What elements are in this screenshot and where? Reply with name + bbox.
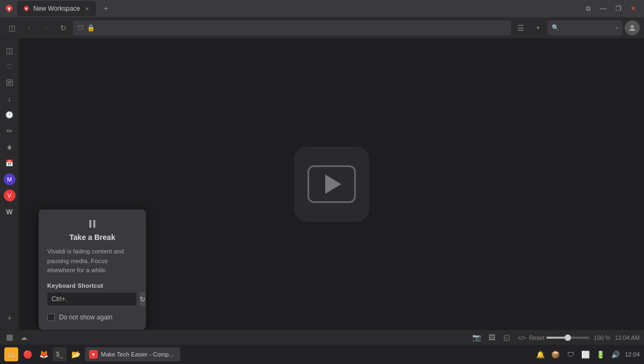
reset-button[interactable]: Reset: [531, 332, 542, 343]
play-icon-container: [308, 165, 356, 203]
back-button[interactable]: ‹: [21, 20, 36, 35]
taskbar-package-icon[interactable]: 📦: [550, 348, 561, 360]
sidebar-wikipedia-button[interactable]: W: [2, 204, 17, 219]
taskbar-firefox-icon[interactable]: 🦊: [36, 347, 50, 361]
video-placeholder: [294, 147, 369, 222]
do-not-show-label: Do not show again: [59, 314, 112, 321]
sidebar-downloads-button[interactable]: ↓: [2, 91, 17, 106]
forward-button[interactable]: ›: [39, 20, 54, 35]
svg-rect-6: [93, 220, 96, 228]
taskbar-left: 🗂 🔴 🦊 $_ 📂 Make Tech Easier - Compu...: [4, 347, 180, 361]
sidebar-panel-toggle[interactable]: ◫: [2, 43, 17, 58]
sidebar-vivaldi-button[interactable]: V: [2, 188, 17, 203]
status-time: 12:04 AM: [615, 334, 640, 341]
close-button[interactable]: ✕: [627, 2, 640, 15]
zoom-control[interactable]: [546, 337, 589, 339]
status-right: 📷 🖼 ◱ </> Reset 100 % 12:04 AM: [471, 332, 640, 343]
bookmark-dropdown-button[interactable]: ▾: [530, 20, 545, 35]
search-icon: 🔍: [552, 24, 559, 31]
lock-icon: 🔒: [87, 24, 95, 32]
taskbar-app-label: Make Tech Easier - Compu...: [101, 351, 176, 358]
shortcut-input[interactable]: [47, 293, 136, 305]
profile-button[interactable]: [625, 20, 640, 35]
search-box[interactable]: 🔍 ▾: [547, 20, 623, 35]
main-layout: ◫ ♡ ↓ 🕐 ✏ 📅 M V W +: [0, 39, 644, 330]
screenshot-icon[interactable]: 📷: [471, 332, 482, 343]
window-controls: ⧉ — ❐ ✕: [582, 2, 640, 15]
svg-point-0: [631, 25, 633, 27]
taskbar-folder-icon[interactable]: 📂: [69, 347, 83, 361]
break-title: Take a Break: [47, 233, 137, 242]
sidebar-notes-button[interactable]: ✏: [2, 123, 17, 139]
taskbar-battery-icon[interactable]: 🔋: [595, 348, 606, 360]
play-triangle-icon: [325, 174, 341, 194]
shortcut-row: ↻: [47, 292, 137, 306]
shield-icon: 🛡: [77, 24, 84, 32]
status-left: ☁: [4, 332, 29, 343]
shortcut-label: Keyboard Shortcut: [47, 282, 137, 289]
sidebar-toggle-button[interactable]: ◫: [4, 20, 19, 35]
tab-close-button[interactable]: ✕: [83, 5, 91, 12]
tab-title: New Workspace: [33, 5, 80, 12]
status-bar: ☁ 📷 🖼 ◱ </> Reset 100 % 12:04 AM: [0, 330, 644, 345]
sidebar-add-panel-button[interactable]: +: [2, 310, 17, 325]
code-icon[interactable]: </>: [516, 332, 527, 343]
bookmarks-button[interactable]: ☰: [513, 20, 528, 35]
active-tab[interactable]: New Workspace ✕: [17, 1, 96, 16]
restore-button[interactable]: ❐: [612, 2, 625, 15]
taskbar-time: 12:04: [625, 351, 640, 358]
taskbar-right: 🔔 📦 🛡 ⬜ 🔋 🔊 12:04: [535, 348, 640, 360]
taskbar-macos-icon[interactable]: 🔴: [20, 347, 34, 361]
sidebar-pins-button[interactable]: [2, 140, 17, 155]
taskbar-app-icon: [89, 350, 98, 359]
break-description: Vivaldi is fading content and pausing me…: [47, 247, 137, 275]
status-sync-icon[interactable]: ☁: [18, 332, 29, 343]
do-not-show-checkbox[interactable]: [47, 314, 55, 321]
sidebar-bookmarks-button[interactable]: ♡: [2, 59, 17, 74]
tabs-button[interactable]: ⧉: [582, 2, 595, 15]
sidebar-mastodon-button[interactable]: M: [2, 172, 17, 187]
zoom-dot: [565, 334, 571, 341]
do-not-show-row: Do not show again: [47, 314, 137, 321]
taskbar: 🗂 🔴 🦊 $_ 📂 Make Tech Easier - Compu... 🔔…: [0, 345, 644, 364]
taskbar-terminal-icon[interactable]: $_: [53, 347, 67, 361]
title-bar: New Workspace ✕ + ⧉ — ❐ ✕: [0, 0, 644, 17]
refresh-shortcut-button[interactable]: ↻: [140, 292, 145, 306]
sidebar-calendar-button[interactable]: 📅: [2, 156, 17, 171]
sidebar-history-button[interactable]: 🕐: [2, 107, 17, 122]
search-dropdown-icon[interactable]: ▾: [616, 25, 618, 31]
taskbar-window-icon[interactable]: ⬜: [580, 348, 591, 360]
vivaldi-logo: [4, 4, 14, 13]
address-bar[interactable]: 🛡 🔒: [73, 20, 511, 35]
reader-icon[interactable]: ◱: [501, 332, 512, 343]
taskbar-files-icon[interactable]: 🗂: [4, 347, 18, 361]
taskbar-bell-icon[interactable]: 🔔: [535, 348, 546, 360]
zoom-bar: [546, 337, 589, 339]
zoom-percent: 100 %: [594, 334, 610, 341]
svg-rect-5: [90, 220, 92, 228]
reload-button[interactable]: ↻: [56, 20, 71, 35]
svg-rect-7: [6, 334, 13, 341]
sidebar: ◫ ♡ ↓ 🕐 ✏ 📅 M V W +: [0, 39, 19, 330]
taskbar-shield-icon[interactable]: 🛡: [565, 348, 576, 360]
content-area: Take a Break Vivaldi is fading content a…: [19, 39, 644, 330]
image-icon[interactable]: 🖼: [486, 332, 497, 343]
taskbar-vivaldi-app[interactable]: Make Tech Easier - Compu...: [85, 347, 180, 361]
tab-favicon: [23, 5, 30, 12]
taskbar-volume-icon[interactable]: 🔊: [610, 348, 621, 360]
sidebar-reading-list-button[interactable]: [2, 75, 17, 90]
nav-bar: ◫ ‹ › ↻ 🛡 🔒 ☰ ▾ 🔍 ▾: [0, 17, 644, 39]
new-tab-button[interactable]: +: [99, 2, 112, 15]
status-icon-1[interactable]: [4, 332, 15, 343]
break-icon: [47, 218, 137, 230]
minimize-button[interactable]: —: [597, 2, 610, 15]
take-a-break-popup: Take a Break Vivaldi is fading content a…: [39, 209, 146, 330]
